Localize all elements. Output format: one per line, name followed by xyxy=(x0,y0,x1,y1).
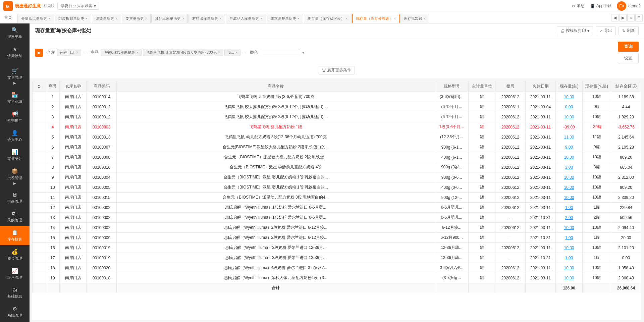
tab-t5[interactable]: 其他出库单历史 × xyxy=(151,14,188,23)
table-cell[interactable]: 10.00 xyxy=(556,182,583,193)
expand-more-btn[interactable]: ⋁ 展开更多条件 xyxy=(319,66,355,74)
product-tag-1[interactable]: 飞鹤奶粉3段两提装 × xyxy=(101,49,142,56)
sidebar-item-retail[interactable]: 🛒 零售管理 ▶ xyxy=(0,64,30,88)
table-total-row: 合计126.0026,968.64 xyxy=(33,283,641,293)
table-cell: 2,094.40 xyxy=(611,223,641,233)
tab-t3[interactable]: 调拨单历史 × xyxy=(92,14,121,23)
table-cell[interactable]: 10.00 xyxy=(556,223,583,233)
tab-t4[interactable]: 要货单历史 × xyxy=(122,14,151,23)
sidebar-item-retailstats[interactable]: 📊 零售统计 xyxy=(0,146,30,165)
refresh-btn[interactable]: ↻ 刷新 xyxy=(619,26,639,35)
expand-row: ⋁ 展开更多条件 xyxy=(35,66,639,74)
tab-close-t2[interactable]: × xyxy=(86,17,88,20)
template-print-btn[interactable]: 🖨 按模板打印 ▾ xyxy=(557,26,593,35)
warehouse-tag[interactable]: 南岸门店 × xyxy=(57,49,81,56)
export-btn[interactable]: ↗ 导出 xyxy=(596,26,616,35)
tab-t1[interactable]: 分量盘点单历史 × xyxy=(17,14,54,23)
tab-t2[interactable]: 组装拆卸单历史 × xyxy=(55,14,91,23)
table-cell[interactable]: 10.00 xyxy=(556,273,583,283)
tab-t11[interactable]: 库存批次账 × xyxy=(400,14,429,23)
product-tag-3-close[interactable]: × xyxy=(235,51,237,54)
table-cell[interactable]: 10.00 xyxy=(556,172,583,182)
tab-close-all-btn[interactable]: × xyxy=(627,14,635,21)
table-cell[interactable]: 10.00 xyxy=(556,263,583,273)
table-cell: 2,105.28 xyxy=(611,142,641,152)
table-cell[interactable]: 10.00 xyxy=(556,243,583,253)
table-cell[interactable]: -39.00 xyxy=(556,122,583,132)
table-row: 2南岸门店00100012飞鹤星飞帆 较大婴儿配方奶粉 2段(6-12个月婴幼儿… xyxy=(33,102,641,112)
sidebar-label-stats: 零售统计 xyxy=(7,156,22,161)
sidebar-item-purchase[interactable]: 🛍 采购管理 xyxy=(0,207,30,226)
tab-close-t9[interactable]: × xyxy=(346,17,348,20)
color-filter-input[interactable] xyxy=(260,49,300,56)
tab-close-t11[interactable]: × xyxy=(424,17,426,20)
product-tag-1-close[interactable]: × xyxy=(137,51,139,54)
table-cell[interactable]: 3.00 xyxy=(556,162,583,172)
table-cell[interactable]: 1.00 xyxy=(556,233,583,243)
home-tab[interactable]: 首页 xyxy=(0,13,16,22)
table-cell[interactable]: 0.00 xyxy=(556,102,583,112)
th-settings[interactable]: ⚙ xyxy=(33,81,46,92)
tab-next-btn[interactable]: ▶ xyxy=(619,14,627,21)
sidebar-item-search[interactable]: 🔍 搜索英单 xyxy=(0,23,30,43)
tab-close-t6[interactable]: × xyxy=(219,17,221,20)
table-cell: 5 xyxy=(46,132,60,142)
filter-expand-btn[interactable]: ▶ xyxy=(35,49,43,57)
table-cell[interactable]: 1.00 xyxy=(556,253,583,263)
finance-icon: 💰 xyxy=(11,249,18,255)
table-area: ⚙ 序号 仓库名称 商品编码 商品名称 规格型号 主计量单位 批号 失效日期 现… xyxy=(32,81,641,320)
product-tag-2[interactable]: 飞鹤星飞帆 儿童奶粉 4段(3-6岁适用) 700克 × xyxy=(143,49,223,56)
sidebar-item-ecommerce[interactable]: 🖥 电商管理 xyxy=(0,189,30,207)
warehouse-tag-close[interactable]: × xyxy=(76,51,78,54)
tab-close-t1[interactable]: × xyxy=(48,17,50,20)
sidebar-item-mall[interactable]: 🏪 零售商城 xyxy=(0,88,30,107)
table-cell[interactable]: 10.00 xyxy=(556,193,583,203)
table-cell[interactable]: 9.00 xyxy=(556,142,583,152)
table-cell[interactable]: 10.00 xyxy=(556,112,583,122)
table-cell: 16 xyxy=(46,243,60,253)
table-cell: 0-6月婴儿... xyxy=(435,203,469,213)
filter-more-product[interactable]: ··· xyxy=(243,50,246,55)
table-cell[interactable]: 2.00 xyxy=(556,213,583,223)
tab-prev-btn[interactable]: ◀ xyxy=(611,14,619,21)
app-download-btn[interactable]: 📱 App下载 xyxy=(590,3,611,9)
sidebar-item-marketing[interactable]: 📢 营销推广 xyxy=(0,107,30,126)
user-area[interactable]: Ea demo2 xyxy=(617,1,641,11)
table-cell: 20200612 xyxy=(495,273,526,283)
table-cell[interactable]: 11.00 xyxy=(556,132,583,142)
filter-more-warehouse[interactable]: ··· xyxy=(83,50,87,55)
table-cell[interactable]: 10.00 xyxy=(556,152,583,162)
sidebar-item-quicknav[interactable]: ★ 快捷导航 xyxy=(0,43,30,62)
tab-t6[interactable]: 材料出库单历史 × xyxy=(189,14,225,23)
query-btn[interactable]: 查询 xyxy=(618,42,639,52)
tab-close-t10[interactable]: × xyxy=(394,17,396,20)
tab-close-t4[interactable]: × xyxy=(145,17,147,20)
sidebar-label-inventory: 库存核算 xyxy=(7,237,22,242)
product-tag-2-close[interactable]: × xyxy=(218,51,220,54)
tab-close-t5[interactable]: × xyxy=(182,17,184,20)
tab-t8[interactable]: 成本调整单历史 × xyxy=(267,14,303,23)
tab-close-t8[interactable]: × xyxy=(298,17,300,20)
tab-close-t3[interactable]: × xyxy=(115,17,117,20)
tab-t7[interactable]: 产成品入库单历史 × xyxy=(226,14,266,23)
sidebar-item-basicinfo[interactable]: 🗂 基础信息 xyxy=(0,283,30,302)
sidebar-item-sysadmin[interactable]: ⚙ 系统管理 xyxy=(0,302,30,321)
sidebar-item-operations[interactable]: 📈 经营管理 xyxy=(0,264,30,283)
product-tag-3[interactable]: 飞... × xyxy=(224,49,240,56)
tab-menu-btn[interactable]: ⊟ xyxy=(635,14,643,21)
tab-t10[interactable]: 现存量（库存分布表） × xyxy=(352,14,400,23)
tab-close-t7[interactable]: × xyxy=(260,17,262,20)
sidebar-item-wholesale[interactable]: 📦 批发管理 ▶ xyxy=(0,165,30,189)
logo-text: 畅捷通好生意 xyxy=(15,3,41,9)
total-cell xyxy=(46,283,60,293)
settings-btn[interactable]: 设置 xyxy=(618,53,639,63)
sidebar-item-inventory[interactable]: 📋 库存核算 xyxy=(0,226,30,245)
table-cell[interactable]: 1.00 xyxy=(556,203,583,213)
messages-btn[interactable]: ✉ 消息 xyxy=(572,3,585,9)
color-dropdown-icon[interactable]: ▾ xyxy=(302,50,304,55)
company-selector[interactable]: 母婴行业演示账套 ▾ xyxy=(57,2,99,10)
sidebar-item-finance[interactable]: 💰 资金管理 xyxy=(0,245,30,264)
tab-t9[interactable]: 现存量（库存状况表） × xyxy=(304,14,352,23)
table-cell[interactable]: 10.00 xyxy=(556,92,583,102)
sidebar-item-member[interactable]: 👤 会员中心 xyxy=(0,126,30,146)
